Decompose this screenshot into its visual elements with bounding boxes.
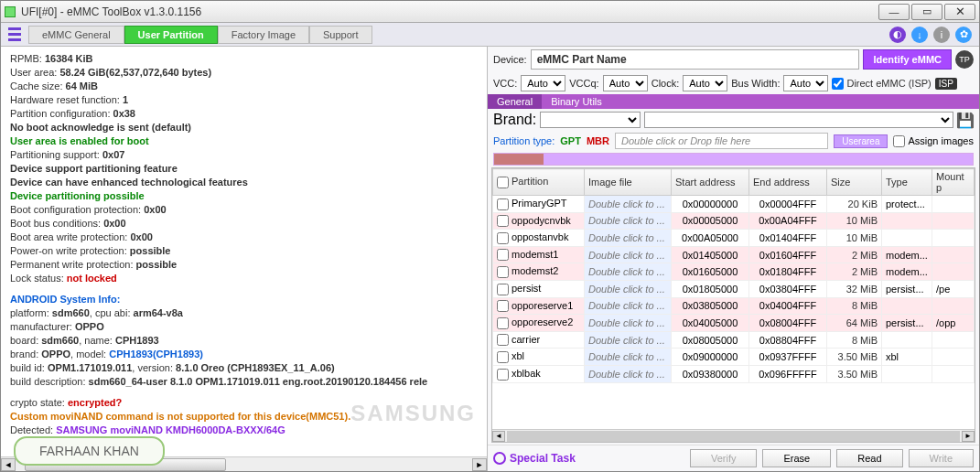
partition-bar [493, 153, 974, 166]
app-window: UFI[#0] - eMMC ToolBox v1.3.0.1156 — ▭ ✕… [0, 0, 980, 472]
table-row[interactable]: persist Double click to ... 0x018050000x… [493, 280, 975, 297]
table-row[interactable]: carrier Double click to ... 0x080050000x… [493, 331, 975, 349]
close-button[interactable]: ✕ [944, 4, 975, 20]
vccq-select[interactable]: Auto [603, 75, 648, 91]
device-name-field[interactable]: eMMC Part Name [531, 49, 860, 70]
globe-icon[interactable]: ◐ [889, 27, 906, 43]
tab-emmc-general[interactable]: eMMC General [28, 26, 124, 44]
toolbar: eMMC General User Partition Factory Imag… [1, 23, 979, 47]
isp-badge[interactable]: ISP [935, 78, 957, 90]
user-badge: FARHAAN KHAN [14, 436, 165, 466]
table-row[interactable]: modemst1 Double click to ... 0x014050000… [493, 246, 975, 263]
verify-button[interactable]: Verify [690, 449, 758, 467]
image-file-cell[interactable]: Double click to ... [585, 297, 672, 315]
table-row[interactable]: oppodycnvbk Double click to ... 0x000050… [493, 212, 975, 230]
row-checkbox[interactable] [497, 198, 509, 210]
buswidth-select[interactable]: Auto [783, 75, 828, 91]
special-task-button[interactable]: Special Task [493, 452, 576, 465]
table-row[interactable]: xblbak Double click to ... 0x093800000x0… [493, 365, 975, 382]
row-checkbox[interactable] [497, 284, 509, 295]
row-checkbox[interactable] [497, 232, 509, 244]
clock-select[interactable]: Auto [683, 75, 727, 91]
brand-select[interactable] [540, 112, 641, 128]
menu-button[interactable] [5, 26, 25, 44]
brand-label: Brand: [493, 112, 536, 128]
partition-type-gpt[interactable]: GPT [560, 135, 581, 146]
erase-button[interactable]: Erase [762, 449, 831, 467]
tab-user-partition[interactable]: User Partition [124, 26, 218, 44]
assign-images-checkbox[interactable] [893, 135, 905, 147]
read-button[interactable]: Read [836, 449, 902, 467]
select-all-checkbox[interactable] [497, 177, 509, 188]
direct-emmc-checkbox[interactable] [832, 78, 844, 90]
minimize-button[interactable]: — [878, 4, 910, 20]
table-row[interactable]: oppostanvbk Double click to ... 0x00A050… [493, 230, 975, 247]
window-title: UFI[#0] - eMMC ToolBox v1.3.0.1156 [21, 5, 201, 18]
userarea-badge[interactable]: Userarea [834, 134, 888, 148]
partition-table: Partition Image file Start address End a… [491, 167, 975, 443]
row-checkbox[interactable] [497, 369, 509, 381]
identify-button[interactable]: Identify eMMC [863, 49, 952, 70]
image-file-cell[interactable]: Double click to ... [585, 280, 672, 297]
model-select[interactable] [644, 112, 953, 128]
write-button[interactable]: Write [909, 449, 974, 467]
row-checkbox[interactable] [497, 334, 509, 346]
image-file-cell[interactable]: Double click to ... [585, 331, 672, 349]
settings-icon[interactable]: ✿ [955, 27, 972, 43]
refresh-icon [493, 452, 506, 465]
image-file-cell[interactable]: Double click to ... [585, 246, 672, 263]
image-file-cell[interactable]: Double click to ... [585, 349, 672, 366]
log-text: RPMB: 16384 KiB User area: 58.24 GiB(62,… [1, 47, 487, 456]
table-row[interactable]: opporeserve1 Double click to ... 0x03805… [493, 297, 975, 315]
partition-type-mbr[interactable]: MBR [587, 135, 609, 146]
table-row[interactable]: modemst2 Double click to ... 0x016050000… [493, 263, 975, 281]
tab-factory-image[interactable]: Factory Image [218, 26, 309, 44]
table-row[interactable]: xbl Double click to ... 0x090000000x0937… [493, 349, 975, 366]
image-file-cell[interactable]: Double click to ... [585, 315, 672, 332]
app-icon [5, 6, 16, 17]
row-checkbox[interactable] [497, 317, 509, 329]
log-panel: RPMB: 16384 KiB User area: 58.24 GiB(62,… [1, 47, 488, 471]
image-file-cell[interactable]: Double click to ... [585, 365, 672, 382]
info-icon[interactable]: i [933, 27, 950, 43]
table-row[interactable]: opporeserve2 Double click to ... 0x04005… [493, 315, 975, 332]
row-checkbox[interactable] [497, 266, 509, 278]
device-panel: Device: eMMC Part Name Identify eMMC TP … [488, 47, 979, 471]
table-hscrollbar[interactable]: ◄► [492, 429, 975, 442]
device-label: Device: [493, 54, 527, 65]
image-file-cell[interactable]: Double click to ... [585, 263, 672, 281]
titlebar: UFI[#0] - eMMC ToolBox v1.3.0.1156 — ▭ ✕ [1, 1, 979, 23]
image-file-cell[interactable]: Double click to ... [585, 212, 672, 230]
tab-support[interactable]: Support [309, 26, 372, 44]
save-icon[interactable]: 💾 [957, 112, 974, 128]
tp-icon[interactable]: TP [955, 50, 974, 69]
row-checkbox[interactable] [497, 300, 509, 312]
row-checkbox[interactable] [497, 351, 509, 363]
partition-type-label: Partition type: [493, 135, 555, 146]
drop-file-field[interactable]: Double click or Drop file here [615, 133, 828, 149]
subtab-general[interactable]: General [488, 94, 542, 109]
image-file-cell[interactable]: Double click to ... [585, 196, 672, 213]
vcc-select[interactable]: Auto [521, 75, 565, 91]
maximize-button[interactable]: ▭ [911, 4, 942, 20]
row-checkbox[interactable] [497, 215, 509, 227]
image-file-cell[interactable]: Double click to ... [585, 230, 672, 247]
row-checkbox[interactable] [497, 249, 509, 261]
subtab-binary-utils[interactable]: Binary Utils [542, 94, 611, 109]
table-row[interactable]: PrimaryGPT Double click to ... 0x0000000… [493, 196, 975, 213]
download-icon[interactable]: ↓ [911, 27, 928, 43]
